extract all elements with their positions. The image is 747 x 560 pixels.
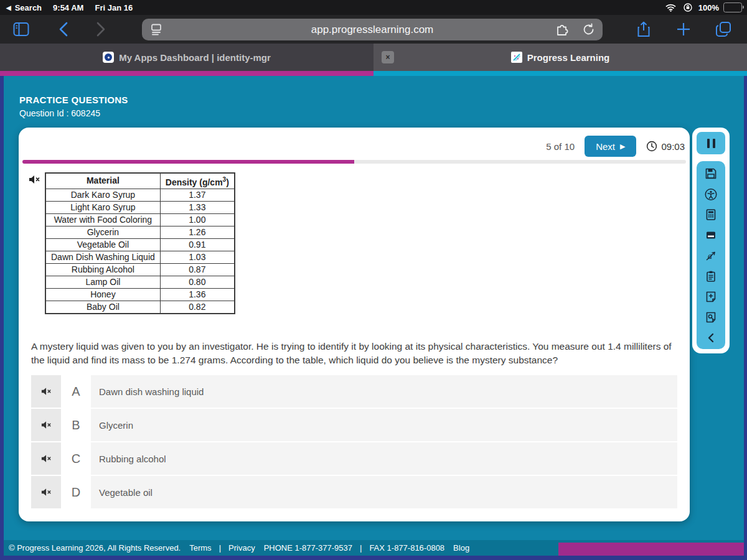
tabs-overview-icon[interactable]	[715, 21, 732, 38]
option-text[interactable]: Dawn dish washing liquid	[91, 375, 677, 408]
pause-button[interactable]	[697, 132, 725, 154]
address-bar[interactable]: app.progresslearning.com	[142, 19, 603, 40]
quiz-progress-fill	[22, 160, 354, 164]
option-d[interactable]: D Vegetable oil	[31, 476, 677, 508]
status-bar: ◀ Search 9:54 AM Fri Jan 16 100%	[0, 0, 747, 15]
back-to-search-icon[interactable]: ◀	[6, 4, 11, 11]
tab-bar: My Apps Dashboard | identity-mgr × Progr…	[0, 44, 747, 71]
new-tab-icon[interactable]	[675, 21, 692, 38]
blog-link[interactable]: Blog	[453, 543, 469, 553]
phone-text: PHONE 1-877-377-9537	[264, 543, 352, 553]
line-reader-icon[interactable]	[705, 229, 717, 241]
mute-speaker-icon[interactable]	[29, 175, 40, 184]
strikethrough-icon[interactable]: a	[705, 250, 717, 262]
top-progress-fill	[0, 71, 374, 76]
timer-value: 09:03	[661, 141, 685, 152]
table-row: Dawn Dish Washing Liquid1.03	[45, 251, 235, 263]
copyright-text: © Progress Learning 2026, All Rights Res…	[9, 543, 181, 553]
reload-icon[interactable]	[582, 23, 595, 36]
svg-text:a: a	[708, 251, 712, 261]
mute-speaker-icon[interactable]	[31, 409, 61, 441]
tool-stack: a	[697, 161, 725, 349]
privacy-link[interactable]: Privacy	[228, 543, 255, 553]
back-icon[interactable]	[55, 21, 72, 38]
page-layout-icon[interactable]	[150, 24, 162, 35]
next-button[interactable]: Next▶	[585, 136, 636, 157]
sidebar-toggle-icon[interactable]	[12, 21, 30, 38]
fax-text: FAX 1-877-816-0808	[369, 543, 444, 553]
density-table: Material Density (g/cm3) Dark Karo Syrup…	[45, 172, 235, 314]
table-row: Dark Karo Syrup1.37	[45, 189, 235, 201]
mute-speaker-icon[interactable]	[31, 476, 61, 508]
share-icon[interactable]	[635, 21, 652, 38]
battery-icon	[723, 2, 742, 12]
collapse-icon[interactable]	[705, 332, 717, 344]
question-counter: 5 of 10	[546, 141, 575, 152]
progress-learning-favicon	[511, 52, 522, 63]
table-row: Rubbing Alcohol0.87	[45, 263, 235, 276]
close-tab-icon[interactable]: ×	[382, 51, 394, 63]
bottom-navy-strip	[4, 556, 744, 560]
date: Fri Jan 16	[95, 3, 133, 12]
accessibility-icon[interactable]	[705, 188, 717, 200]
identity-favicon	[103, 52, 114, 63]
table-row: Honey1.36	[45, 288, 235, 301]
table-row: Lamp Oil0.80	[45, 276, 235, 288]
clock-time: 9:54 AM	[53, 3, 83, 12]
option-text[interactable]: Vegetable oil	[91, 476, 677, 508]
battery-percent: 100%	[698, 3, 719, 12]
extensions-icon[interactable]	[556, 23, 570, 36]
mute-speaker-icon[interactable]	[31, 375, 61, 408]
quiz-progress-bar	[22, 160, 686, 164]
option-text[interactable]: Glycerin	[91, 409, 677, 441]
play-arrow-icon: ▶	[620, 142, 625, 151]
option-letter: C	[61, 442, 91, 475]
tab-progress-learning[interactable]: × Progress Learning	[374, 44, 747, 71]
question-card: 5 of 10 Next▶ 09:03 Material Density (g/	[19, 128, 690, 521]
table-row: Glycerin1.26	[45, 226, 235, 238]
clock-icon	[646, 141, 657, 152]
forward-icon[interactable]	[92, 21, 110, 38]
footer-magenta-block	[558, 543, 744, 556]
url-text: app.progresslearning.com	[311, 24, 434, 36]
mute-speaker-icon[interactable]	[31, 442, 61, 475]
answer-options: A Dawn dish washing liquid B Glycerin C …	[31, 375, 677, 510]
top-progress-strip	[0, 71, 747, 76]
tool-rail: a	[692, 128, 730, 353]
save-icon[interactable]	[705, 167, 717, 180]
option-letter: A	[61, 375, 91, 408]
col-density: Density (g/cm3)	[160, 173, 235, 189]
wifi-icon	[665, 1, 677, 14]
table-row: Vegetable Oil0.91	[45, 238, 235, 251]
page-title: PRACTICE QUESTIONS	[19, 95, 128, 105]
option-c[interactable]: C Rubbing alcohol	[31, 442, 677, 475]
question-id: Question Id : 608245	[19, 108, 100, 118]
option-text[interactable]: Rubbing alcohol	[91, 442, 677, 475]
orientation-lock-icon	[682, 1, 694, 14]
practice-page: PRACTICE QUESTIONS Question Id : 608245 …	[0, 76, 747, 560]
option-letter: B	[61, 409, 91, 441]
terms-link[interactable]: Terms	[189, 543, 211, 553]
notepad-icon[interactable]	[705, 270, 717, 282]
col-material: Material	[45, 173, 160, 189]
add-note-icon[interactable]	[705, 291, 717, 303]
option-letter: D	[61, 476, 91, 508]
tab-my-apps-dashboard[interactable]: My Apps Dashboard | identity-mgr	[0, 44, 374, 71]
option-b[interactable]: B Glycerin	[31, 409, 677, 441]
question-text: A mystery liquid was given to you by an …	[31, 340, 681, 367]
calculator-icon[interactable]	[705, 208, 717, 221]
table-row: Water with Food Coloring1.00	[45, 213, 235, 226]
table-row: Light Karo Syrup1.33	[45, 201, 235, 213]
browser-toolbar: app.progresslearning.com	[0, 15, 747, 44]
footer-separator: |	[219, 543, 221, 553]
tab-title: My Apps Dashboard | identity-mgr	[119, 52, 271, 63]
option-a[interactable]: A Dawn dish washing liquid	[31, 375, 677, 408]
scratchpad-icon[interactable]	[705, 311, 717, 324]
tab-title: Progress Learning	[527, 52, 610, 63]
back-to-search-label[interactable]: Search	[15, 3, 42, 12]
table-row: Baby Oil0.82	[45, 301, 235, 314]
footer-separator: |	[360, 543, 362, 553]
